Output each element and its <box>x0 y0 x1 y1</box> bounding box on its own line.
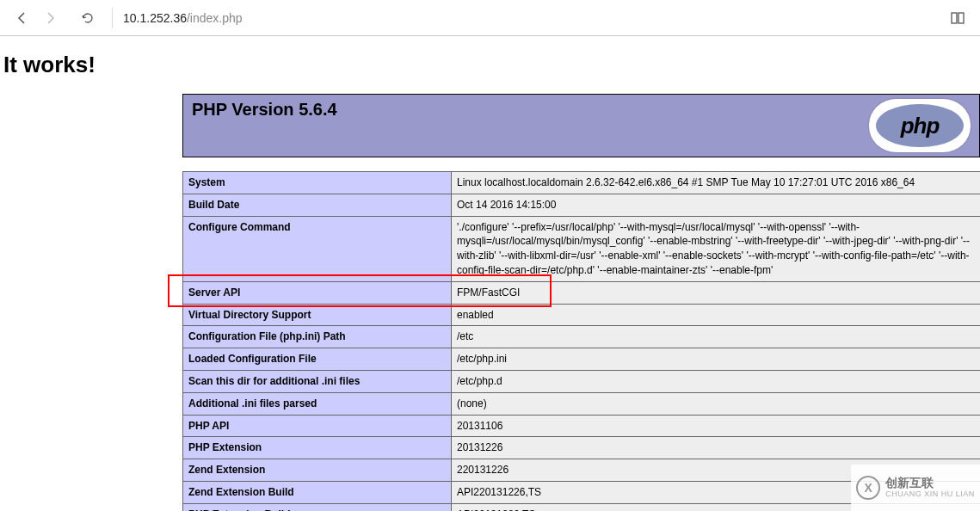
table-row: Build DateOct 14 2016 14:15:00 <box>183 194 981 216</box>
browser-toolbar: 10.1.252.36/index.php <box>0 0 980 36</box>
row-value: Oct 14 2016 14:15:00 <box>452 194 981 216</box>
table-row: Scan this dir for additional .ini files/… <box>183 370 981 392</box>
row-value: /etc/php.d <box>452 370 981 392</box>
php-logo-text: php <box>876 104 964 147</box>
row-label: PHP Extension Build <box>183 503 452 511</box>
arrow-right-icon <box>43 11 57 25</box>
watermark: X 创新互联 CHUANG XIN HU LIAN <box>851 465 980 511</box>
forward-button[interactable] <box>36 4 64 32</box>
watermark-en: CHUANG XIN HU LIAN <box>885 490 975 499</box>
table-row: Loaded Configuration File/etc/php.ini <box>183 348 981 371</box>
row-value: './configure' '--prefix=/usr/local/php' … <box>452 216 981 281</box>
table-row: PHP Extension20131226 <box>183 437 981 459</box>
svg-rect-0 <box>952 13 957 23</box>
row-label: Server API <box>183 281 452 304</box>
row-value: FPM/FastCGI <box>452 281 981 304</box>
watermark-logo-icon: X <box>856 476 880 500</box>
back-button[interactable] <box>9 4 36 32</box>
row-label: Configuration File (php.ini) Path <box>183 326 452 348</box>
table-row: PHP API20131106 <box>183 415 981 437</box>
row-label: Loaded Configuration File <box>183 348 452 371</box>
row-label: Zend Extension Build <box>183 481 452 503</box>
row-value: /etc/php.ini <box>452 348 981 371</box>
row-label: Scan this dir for additional .ini files <box>183 370 452 392</box>
url-bar[interactable]: 10.1.252.36/index.php <box>120 11 243 25</box>
row-value: 20131106 <box>452 415 981 437</box>
row-label: PHP Extension <box>183 437 452 459</box>
table-row: Configuration File (php.ini) Path/etc <box>183 326 981 348</box>
svg-rect-1 <box>958 13 964 23</box>
url-path: /index.php <box>187 11 243 25</box>
arrow-left-icon <box>15 11 29 25</box>
row-value: enabled <box>452 304 981 326</box>
row-value: /etc <box>452 326 981 348</box>
row-label: Build Date <box>183 194 452 216</box>
phpinfo-header: PHP Version 5.6.4 php <box>182 94 980 157</box>
toolbar-divider <box>112 8 113 28</box>
phpinfo-table: SystemLinux localhost.localdomain 2.6.32… <box>182 171 980 511</box>
php-version-title: PHP Version 5.6.4 <box>192 100 337 120</box>
table-row: Virtual Directory Supportenabled <box>183 304 981 326</box>
book-icon <box>950 10 965 26</box>
row-value: (none) <box>452 392 981 415</box>
reload-icon <box>81 11 95 25</box>
table-row: SystemLinux localhost.localdomain 2.6.32… <box>183 172 981 194</box>
watermark-text: 创新互联 CHUANG XIN HU LIAN <box>885 477 975 498</box>
row-label: Zend Extension <box>183 459 452 482</box>
php-logo: php <box>869 99 971 152</box>
table-row: Configure Command'./configure' '--prefix… <box>183 216 981 281</box>
page-content: It works! PHP Version 5.6.4 php SystemLi… <box>0 36 980 511</box>
row-label: Additional .ini files parsed <box>183 392 452 415</box>
row-label: PHP API <box>183 415 452 437</box>
url-host: 10.1.252.36 <box>123 11 187 25</box>
row-label: System <box>183 172 452 194</box>
reader-button[interactable] <box>944 4 971 32</box>
row-value: Linux localhost.localdomain 2.6.32-642.e… <box>452 172 981 194</box>
watermark-cn: 创新互联 <box>885 477 975 489</box>
page-title: It works! <box>3 43 980 94</box>
row-label: Configure Command <box>183 216 452 281</box>
table-row: Server APIFPM/FastCGI <box>183 281 981 304</box>
phpinfo-container: PHP Version 5.6.4 php SystemLinux localh… <box>182 94 980 511</box>
table-row: Additional .ini files parsed(none) <box>183 392 981 415</box>
row-value: 20131226 <box>452 437 981 459</box>
row-label: Virtual Directory Support <box>183 304 452 326</box>
reload-button[interactable] <box>74 4 102 32</box>
toolbar-right <box>944 4 971 32</box>
